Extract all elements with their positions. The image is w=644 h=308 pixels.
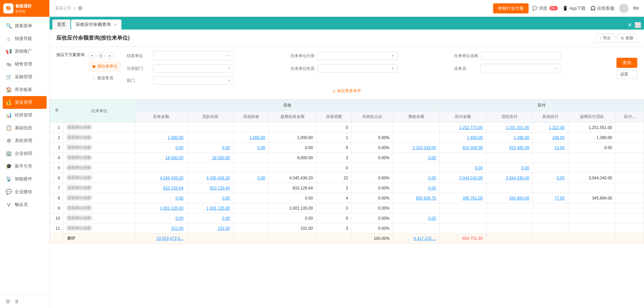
ap-other[interactable] [533, 163, 568, 173]
ap-amount[interactable]: 1,252,773.00 [440, 123, 486, 133]
prepay[interactable]: 0.00 [393, 153, 440, 163]
ap-loan[interactable]: 0.00 [486, 163, 533, 173]
settlement-unit-input[interactable]: ··· [153, 51, 234, 60]
footer-prepay-total[interactable]: 6,417,215.... [393, 233, 440, 244]
ap-amount[interactable]: 345,761.00 [440, 193, 486, 203]
ar-loan[interactable]: 4,345,436.20 [187, 173, 233, 183]
refresh-button[interactable]: ↻ 刷新 [617, 34, 637, 43]
ar-other[interactable] [233, 163, 269, 173]
online-service-button[interactable]: 🎧 在线客服 [590, 5, 614, 11]
sidebar-item-sales[interactable]: 🛍 销售管理 [0, 58, 49, 71]
prepay[interactable]: 2,153,333.00 [393, 143, 440, 153]
ap-other[interactable]: 13.00 [533, 143, 568, 153]
prepay[interactable] [393, 133, 440, 143]
ar-other[interactable] [233, 223, 269, 233]
ap-amount[interactable] [440, 183, 486, 193]
ar-other[interactable] [233, 193, 269, 203]
prepay[interactable] [393, 223, 440, 233]
ar-other[interactable] [233, 203, 269, 213]
ar-amount[interactable]: 0.00 [135, 193, 187, 203]
ap-amount[interactable] [440, 223, 486, 233]
ap-loan[interactable]: 1,390.00 [486, 133, 533, 143]
ar-other[interactable] [233, 213, 269, 223]
scheme-by-unit[interactable]: 按往来单位 [89, 61, 121, 72]
table-settings-icon[interactable]: ⚙ [53, 108, 60, 115]
ar-amount[interactable]: 0.00 [135, 143, 187, 153]
app-download-button[interactable]: 📱 App下载 [562, 5, 586, 11]
sidebar-item-inventory[interactable]: 🏠 库存核算 [0, 83, 49, 96]
sidebar-item-finance[interactable]: 💰 资金管理 [3, 96, 47, 109]
ar-loan[interactable]: 0.00 [187, 143, 233, 153]
ar-other[interactable] [233, 123, 269, 133]
sidebar-item-guide[interactable]: 🎓 新手引导 [0, 160, 49, 173]
table-settings-header[interactable]: ⚙ [50, 100, 64, 123]
ar-amount[interactable] [135, 123, 187, 133]
sidebar-item-basic[interactable]: 📋 基础信息 [0, 122, 49, 134]
setting-button[interactable]: 设置 [616, 70, 637, 79]
tab-home[interactable]: 首页 [52, 19, 70, 30]
dept-select[interactable]: ▼ [153, 77, 234, 85]
prepay[interactable] [393, 163, 440, 173]
tab-close-all-icon[interactable]: ✕ [628, 22, 632, 28]
export-button[interactable]: ↑ 导出 [596, 34, 614, 43]
ap-other[interactable]: 0.00 [533, 173, 568, 183]
ap-loan[interactable]: 1,251,551.00 [486, 123, 533, 133]
ar-loan[interactable]: 152.00 [187, 223, 233, 233]
prepay[interactable]: 0.00 [393, 173, 440, 183]
ap-amount[interactable]: 0.00 [440, 163, 486, 173]
ap-amount[interactable] [440, 153, 486, 163]
edit-scheme-button[interactable]: ⊙ [97, 52, 105, 59]
sidebar-item-purchase[interactable]: 🛒 采购管理 [0, 71, 49, 83]
prepay[interactable]: 0.00 [393, 213, 440, 223]
sidebar-item-search[interactable]: 🔍 搜索菜单 [0, 19, 49, 32]
prepay[interactable]: 655,636.75 [393, 193, 440, 203]
ar-amount[interactable]: 18,000.00 [135, 153, 187, 163]
ap-amount[interactable]: 3,044,240.00 [440, 173, 486, 183]
ap-other[interactable] [533, 183, 568, 193]
ap-amount[interactable] [440, 213, 486, 223]
ar-loan[interactable]: 810,126.64 [187, 183, 233, 193]
ap-other[interactable] [533, 153, 568, 163]
ap-amount[interactable] [440, 203, 486, 213]
ap-other[interactable]: 77.00 [533, 193, 568, 203]
delete-scheme-button[interactable]: « [106, 52, 113, 59]
sidebar-item-quick[interactable]: ⌂ 快捷导航 [0, 32, 49, 45]
ar-loan[interactable]: 0.00 [187, 213, 233, 223]
prepay[interactable] [393, 123, 440, 133]
scheme-by-staff[interactable]: 按业务员 [89, 73, 121, 84]
ar-other[interactable]: 0.00 [233, 143, 269, 153]
unit-nature-select[interactable]: ▼ [317, 64, 398, 73]
ap-loan[interactable]: 915,495.56 [486, 143, 533, 153]
collapse-filter-button[interactable]: ∧ 收起更多条件 [56, 88, 637, 94]
add-scheme-button[interactable]: + [89, 52, 96, 59]
prepay[interactable]: 0.00 [393, 183, 440, 193]
ar-amount[interactable]: 152.00 [135, 223, 187, 233]
ar-amount[interactable] [135, 163, 187, 173]
sidebar-item-operations[interactable]: 📊 经营管理 [0, 109, 49, 122]
sidebar-item-hardware[interactable]: 📡 智能硬件 [0, 173, 49, 185]
ar-loan[interactable]: 1,001,135.00 [187, 203, 233, 213]
ar-amount[interactable]: 0.00 [135, 213, 187, 223]
ar-amount[interactable]: 1,000.00 [135, 133, 187, 143]
ar-other[interactable] [233, 153, 269, 163]
ar-other[interactable]: 1,000.00 [233, 133, 269, 143]
query-button[interactable]: 查询 [616, 58, 637, 68]
ap-loan[interactable] [486, 203, 533, 213]
sidebar-item-vip[interactable]: V 畅会员 [0, 198, 49, 211]
ap-other[interactable]: 1,222.00 [533, 123, 568, 133]
message-button[interactable]: 💬 消息 99+ [532, 5, 558, 11]
footer-ar-total[interactable]: 19,553,472,6... [135, 233, 187, 244]
tab-ar-ap[interactable]: 应收应付余额查询 ✕ [71, 19, 121, 30]
ar-loan[interactable] [187, 163, 233, 173]
manage-dept-select[interactable]: ▼ [153, 64, 234, 73]
tab-maximize-icon[interactable]: ⬜ [635, 22, 641, 28]
ap-amount[interactable]: 915,508.56 [440, 143, 486, 153]
ar-other[interactable]: 0.00 [233, 173, 269, 183]
ap-other[interactable] [533, 223, 568, 233]
unit-name-input[interactable] [481, 52, 561, 60]
ar-amount[interactable]: 1,001,135.00 [135, 203, 187, 213]
ap-loan[interactable] [486, 223, 533, 233]
ap-other[interactable] [533, 203, 568, 213]
sidebar-item-system[interactable]: ⚙ 系统管理 [0, 134, 49, 147]
salesman-input[interactable]: ··· [480, 64, 561, 73]
